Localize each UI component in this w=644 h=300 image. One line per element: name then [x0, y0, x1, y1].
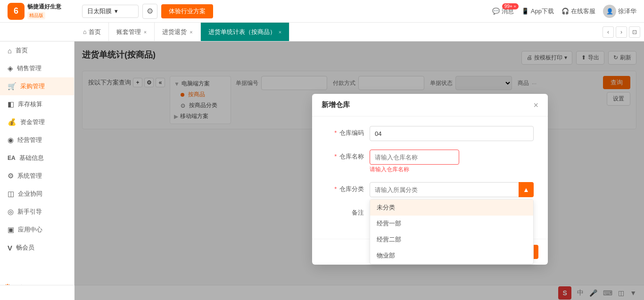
tab-expand-button[interactable]: ⊡ [629, 26, 640, 38]
header-center: 日太阳膜 ▾ ⚙ 体验行业方案 [82, 4, 492, 19]
category-dropdown-menu: 未分类 经营一部 经营二部 物业部 [370, 199, 534, 264]
phone-icon: 📱 [521, 8, 529, 15]
settings-button[interactable]: ⚙ [142, 4, 157, 19]
tab-prev-button[interactable]: ‹ [603, 26, 614, 38]
online-service-item[interactable]: 🎧 在线客服 [561, 7, 595, 16]
warehouse-name-label: * 仓库名称 [326, 150, 364, 161]
notifications-item[interactable]: 💬 消息 99+ + [492, 7, 514, 16]
category-option-dept1[interactable]: 经营一部 [370, 216, 533, 232]
add-warehouse-modal: 新增仓库 × * 仓库编码 * 仓库名称 [312, 94, 548, 265]
form-row-category: * 仓库分类 ▲ 未分类 经营一部 经营二部 物业部 [326, 182, 534, 197]
sidebar-item-system[interactable]: ⚙ 系统管理 [0, 167, 74, 185]
warehouse-category-input[interactable] [370, 182, 534, 197]
system-icon: ⚙ [8, 172, 14, 180]
top-header: 6 畅捷通好生意 精品版 日太阳膜 ▾ ⚙ 体验行业方案 💬 消息 99+ + … [0, 0, 644, 23]
warehouse-name-error: 请输入仓库名称 [370, 166, 534, 174]
tab-account-management[interactable]: 账套管理 × [109, 23, 155, 41]
modal-header: 新增仓库 × [312, 94, 548, 117]
category-option-dept3[interactable]: 物业部 [370, 248, 533, 264]
user-item[interactable]: 👤 徐泽华 [603, 5, 636, 18]
membership-icon: V [8, 244, 12, 252]
sidebar-item-basic-info[interactable]: EA 基础信息 [0, 149, 74, 167]
sidebar-item-membership[interactable]: V 畅会员 [0, 239, 74, 257]
tab-purchase-return[interactable]: 进货退货 × [155, 23, 200, 41]
tab-controls: ‹ › ⊡ [599, 23, 644, 41]
sidebar-item-guide[interactable]: ◎ 新手引导 [0, 203, 74, 221]
purchase-icon: 🛒 [8, 82, 17, 91]
content-area: 进货单统计(按商品) 🖨 按模板打印 ▾ ⬆ 导出 ↻ 刷新 [74, 42, 644, 300]
sidebar-item-app-center[interactable]: ▣ 应用中心 [0, 221, 74, 239]
tab-next-button[interactable]: › [616, 26, 627, 38]
form-row-code: * 仓库编码 [326, 126, 534, 141]
warehouse-code-input[interactable] [370, 126, 534, 141]
form-row-name: * 仓库名称 请输入仓库名称 [326, 150, 534, 174]
guide-icon: ◎ [8, 208, 14, 216]
chevron-up-icon: ▲ [523, 186, 529, 193]
tab-purchase-stats[interactable]: 进货单统计表（按商品） × [201, 23, 289, 41]
sidebar-item-inventory[interactable]: ◧ 库存核算 [0, 95, 74, 113]
inventory-icon: ◧ [8, 100, 14, 108]
notes-label: 备注 [326, 206, 364, 217]
sales-icon: ◈ [8, 64, 13, 73]
trial-button[interactable]: 体验行业方案 [161, 4, 213, 18]
sidebar-item-enterprise[interactable]: ◫ 企业协同 [0, 185, 74, 203]
chevron-down-icon: ▾ [115, 8, 118, 15]
app-download-item[interactable]: 📱 App下载 [521, 7, 554, 16]
sidebar-item-finance[interactable]: 💰 资金管理 [0, 113, 74, 131]
logo-area: 6 畅捷通好生意 精品版 [8, 3, 82, 20]
header-right: 💬 消息 99+ + 📱 App下载 🎧 在线客服 👤 徐泽华 [492, 5, 636, 18]
sidebar-item-purchase[interactable]: 🛒 采购管理 [0, 77, 74, 95]
operations-icon: ◉ [8, 136, 14, 144]
app-center-icon: ▣ [8, 225, 14, 234]
warehouse-category-wrap: ▲ 未分类 经营一部 经营二部 物业部 [370, 182, 534, 197]
enterprise-icon: ◫ [8, 190, 14, 198]
sidebar-item-sales[interactable]: ◈ 销售管理 [0, 59, 74, 77]
sidebar: ⌂ 首页 ◈ 销售管理 🛒 采购管理 ◧ 库存核算 💰 资金管理 ◉ 经营管理 … [0, 42, 74, 300]
warehouse-name-wrap: 请输入仓库名称 [370, 150, 534, 174]
nav-tabs: ⌂ 首页 账套管理 × 进货退货 × 进货单统计表（按商品） × ‹ › ⊡ [0, 23, 644, 42]
category-option-dept2[interactable]: 经营二部 [370, 232, 533, 248]
user-avatar: 👤 [603, 5, 616, 18]
modal-body: * 仓库编码 * 仓库名称 请输入仓库名称 [312, 117, 548, 239]
warehouse-name-input[interactable] [370, 150, 459, 165]
category-option-unclassified[interactable]: 未分类 [370, 200, 533, 216]
store-selector[interactable]: 日太阳膜 ▾ [82, 5, 139, 18]
tab-home[interactable]: ⌂ 首页 [75, 23, 109, 41]
finance-icon: 💰 [8, 118, 17, 126]
home-icon: ⌂ [8, 47, 12, 55]
app-name: 畅捷通好生意 精品版 [27, 3, 61, 19]
warehouse-category-label: * 仓库分类 [326, 182, 364, 193]
basic-info-icon: EA [8, 155, 16, 161]
home-icon: ⌂ [83, 28, 87, 35]
message-icon: 💬 [492, 8, 500, 15]
modal-title: 新增仓库 [322, 100, 350, 109]
tab-close-icon[interactable]: × [190, 29, 192, 35]
app-logo-icon: 6 [8, 3, 25, 20]
tab-close-icon[interactable]: × [279, 29, 281, 35]
sidebar-item-home[interactable]: ⌂ 首页 [0, 42, 74, 59]
notification-badge: 99+ + [502, 3, 519, 9]
sidebar-item-operations[interactable]: ◉ 经营管理 [0, 131, 74, 149]
headset-icon: 🎧 [561, 8, 569, 15]
warehouse-code-label: * 仓库编码 [326, 126, 364, 137]
modal-close-button[interactable]: × [533, 101, 538, 109]
category-dropdown-toggle[interactable]: ▲ [519, 182, 534, 197]
main-layout: ⌂ 首页 ◈ 销售管理 🛒 采购管理 ◧ 库存核算 💰 资金管理 ◉ 经营管理 … [0, 42, 644, 300]
tab-close-icon[interactable]: × [144, 29, 147, 35]
